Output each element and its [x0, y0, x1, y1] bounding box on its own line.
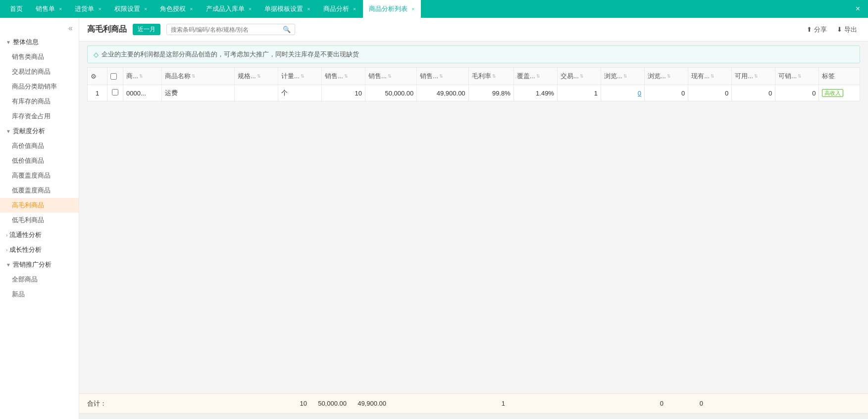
col-available: 可用... ⇅ — [732, 68, 775, 85]
search-icon[interactable]: 🔍 — [283, 26, 291, 33]
settings-icon[interactable]: ⚙ — [91, 73, 97, 80]
search-box: 🔍 — [166, 24, 295, 35]
expand-overall-icon: ▼ — [6, 40, 11, 45]
sidebar-item-low-value[interactable]: 低价值商品 — [0, 153, 79, 168]
sidebar-group-overall[interactable]: ▼ 整体信息 — [0, 35, 79, 49]
header-actions: ⬆ 分享 ⬇ 导出 — [804, 24, 860, 35]
top-navigation: 首页 销售单 × 进货单 × 权限设置 × 角色授权 × 产成品入库单 × 单据… — [0, 0, 868, 18]
footer-sales-profit: 49,900.00 — [350, 400, 389, 407]
cell-checkbox — [107, 85, 123, 101]
col-sales-qty: 销售... ⇅ — [322, 68, 365, 85]
close-template-settings-icon[interactable]: × — [307, 6, 310, 12]
sort-trade-icon[interactable]: ⇅ — [580, 74, 584, 79]
footer-cells: 10 50,000.00 49,900.00 1 0 0 — [117, 400, 860, 407]
sidebar-item-low-coverage[interactable]: 低覆盖度商品 — [0, 183, 79, 198]
cell-gross-rate: 99.8% — [468, 85, 513, 101]
sort-code-icon[interactable]: ⇅ — [139, 74, 143, 79]
sidebar-item-low-margin[interactable]: 低毛利商品 — [0, 213, 79, 228]
close-role-auth-icon[interactable]: × — [190, 6, 193, 12]
sort-browse2-icon[interactable]: ⇅ — [667, 74, 671, 79]
sort-sales-profit-icon[interactable]: ⇅ — [439, 74, 443, 79]
sort-spec-icon[interactable]: ⇅ — [257, 74, 261, 79]
sidebar-item-high-value[interactable]: 高价值商品 — [0, 139, 79, 153]
table-container: ⚙ 商... ⇅ — [79, 67, 868, 393]
sort-sales-amount-icon[interactable]: ⇅ — [388, 74, 392, 79]
select-all-checkbox[interactable] — [110, 73, 117, 80]
expand-liquidity-icon: › — [6, 233, 7, 238]
nav-product-analysis-list[interactable]: 商品分析列表 × — [363, 0, 420, 18]
sidebar-group-marketing[interactable]: ▼ 营销推广分析 — [0, 257, 79, 272]
cell-browse1[interactable]: 0 — [601, 85, 645, 101]
close-purchase-order-icon[interactable]: × — [98, 6, 101, 12]
sort-coverage-icon[interactable]: ⇅ — [536, 74, 540, 79]
footer-summary: 合计： 10 50,000.00 49,900.00 1 0 0 — [79, 393, 868, 413]
nav-permission-settings[interactable]: 权限设置 × — [108, 0, 153, 18]
footer-saleable: 0 — [666, 400, 706, 407]
sidebar-item-category-rate[interactable]: 商品分类助销率 — [0, 79, 79, 94]
analysis-table: ⚙ 商... ⇅ — [87, 67, 860, 101]
tag-high-income-badge: 高收入 — [822, 89, 843, 97]
sidebar-item-traded-goods[interactable]: 交易过的商品 — [0, 64, 79, 79]
share-button[interactable]: ⬆ 分享 — [804, 24, 830, 35]
sidebar-group-growth[interactable]: › 成长性分析 — [0, 242, 79, 257]
close-product-inbound-icon[interactable]: × — [249, 6, 252, 12]
col-sales-profit: 销售... ⇅ — [417, 68, 468, 85]
col-spec: 规格... ⇅ — [234, 68, 278, 85]
sidebar-collapse-button[interactable]: « — [66, 24, 75, 33]
cell-spec — [234, 85, 278, 101]
search-input[interactable] — [171, 26, 283, 33]
sidebar-group-marketing-items: 全部商品 新品 — [0, 272, 79, 302]
filter-recent-month-button[interactable]: 近一月 — [133, 24, 160, 35]
export-icon: ⬇ — [837, 26, 842, 33]
sort-saleable-icon[interactable]: ⇅ — [798, 74, 802, 79]
nav-home[interactable]: 首页 — [4, 0, 29, 18]
close-product-analysis-list-icon[interactable]: × — [411, 6, 414, 12]
sidebar-item-high-coverage[interactable]: 高覆盖度商品 — [0, 168, 79, 183]
sort-browse1-icon[interactable]: ⇅ — [623, 74, 627, 79]
cell-trade: 1 — [557, 85, 601, 101]
sort-sales-qty-icon[interactable]: ⇅ — [344, 74, 348, 79]
nav-product-analysis[interactable]: 商品分析 × — [317, 0, 362, 18]
sort-name-icon[interactable]: ⇅ — [192, 74, 196, 79]
cell-sales-qty: 10 — [322, 85, 365, 101]
close-sales-order-icon[interactable]: × — [59, 6, 62, 12]
row-checkbox[interactable] — [112, 89, 118, 95]
main-layout: « ▼ 整体信息 销售类商品 交易过的商品 商品分类助销率 有库存的商品 库存资… — [0, 18, 868, 419]
sidebar-item-stock-goods[interactable]: 有库存的商品 — [0, 94, 79, 109]
sidebar-item-sales-goods[interactable]: 销售类商品 — [0, 49, 79, 64]
sort-gross-rate-icon[interactable]: ⇅ — [492, 74, 496, 79]
cell-name: 运费 — [161, 85, 234, 101]
export-button[interactable]: ⬇ 导出 — [834, 24, 860, 35]
sidebar-item-new-goods[interactable]: 新品 — [0, 287, 79, 302]
col-name: 商品名称 ⇅ — [161, 68, 234, 85]
expand-marketing-icon: ▼ — [6, 262, 11, 268]
sort-current-icon[interactable]: ⇅ — [711, 74, 715, 79]
footer-empty2 — [429, 400, 468, 407]
cell-tag: 高收入 — [819, 85, 860, 101]
footer-sales-amount: 50,000.00 — [310, 400, 350, 407]
cell-available: 0 — [732, 85, 775, 101]
sidebar-item-high-margin[interactable]: 高毛利商品 — [0, 198, 79, 213]
sort-available-icon[interactable]: ⇅ — [754, 74, 758, 79]
close-permission-settings-icon[interactable]: × — [144, 6, 147, 12]
close-product-analysis-icon[interactable]: × — [353, 6, 356, 12]
info-icon: ◇ — [94, 51, 99, 58]
nav-purchase-order[interactable]: 进货单 × — [69, 0, 107, 18]
nav-product-inbound[interactable]: 产成品入库单 × — [200, 0, 257, 18]
col-browse1: 浏览... ⇅ — [601, 68, 645, 85]
bottom-scrollbar[interactable] — [79, 413, 868, 419]
sort-unit-icon[interactable]: ⇅ — [301, 74, 305, 79]
sidebar-item-all-goods[interactable]: 全部商品 — [0, 272, 79, 287]
nav-sales-order[interactable]: 销售单 × — [30, 0, 68, 18]
nav-role-auth[interactable]: 角色授权 × — [154, 0, 199, 18]
nav-template-settings[interactable]: 单据模板设置 × — [258, 0, 316, 18]
col-coverage: 覆盖... ⇅ — [513, 68, 557, 85]
window-close-button[interactable]: × — [852, 4, 864, 13]
sidebar-group-contribution[interactable]: ▼ 贡献度分析 — [0, 124, 79, 139]
share-icon: ⬆ — [807, 26, 812, 33]
col-trade: 交易... ⇅ — [557, 68, 601, 85]
col-index: ⚙ — [88, 68, 107, 85]
sidebar-group-overall-items: 销售类商品 交易过的商品 商品分类助销率 有库存的商品 库存资金占用 — [0, 49, 79, 124]
sidebar-group-liquidity[interactable]: › 流通性分析 — [0, 228, 79, 242]
sidebar-item-stock-capital[interactable]: 库存资金占用 — [0, 109, 79, 124]
